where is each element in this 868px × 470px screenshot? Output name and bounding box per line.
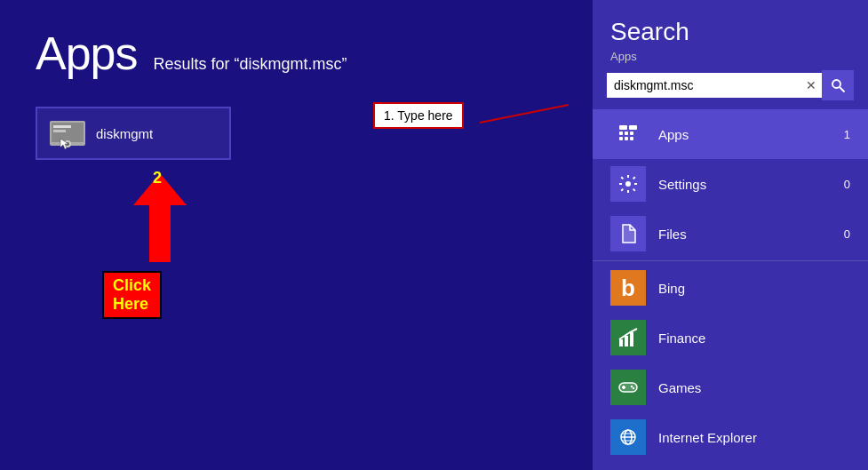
svg-point-25 [633, 387, 634, 389]
click-here-box: Click Here [102, 271, 162, 319]
category-item-settings[interactable]: Settings 0 [593, 159, 868, 209]
header-row: Apps Results for “diskmgmt.msc” [36, 27, 557, 80]
apps-category-icon [610, 116, 646, 152]
apps-title: Apps [36, 27, 138, 80]
type-here-callout: 1. Type here [373, 102, 464, 129]
ie-label: Internet Explorer [658, 430, 850, 445]
svg-rect-13 [630, 131, 633, 135]
settings-category-icon [610, 166, 646, 202]
bing-label: Bing [658, 281, 850, 296]
svg-rect-10 [629, 125, 637, 130]
right-panel: Search Apps ✕ Apps 1 [593, 0, 868, 470]
search-clear-button[interactable]: ✕ [800, 73, 822, 98]
category-item-files[interactable]: Files 0 [593, 209, 868, 259]
svg-point-7 [832, 80, 840, 88]
type-here-label: 1. Type here [384, 108, 453, 123]
svg-rect-19 [625, 336, 628, 347]
click-here-label: Click Here [113, 276, 151, 313]
svg-rect-12 [625, 131, 628, 135]
category-item-apps[interactable]: Apps 1 [593, 109, 868, 159]
files-category-label: Files [658, 227, 832, 242]
svg-line-6 [480, 105, 569, 123]
bing-icon: b [610, 270, 646, 306]
files-category-count: 0 [844, 227, 850, 241]
settings-category-count: 0 [844, 178, 850, 191]
apps-category-count: 1 [844, 128, 850, 141]
app-item-bing[interactable]: b Bing [593, 263, 868, 313]
app-item-games[interactable]: Games [593, 362, 868, 412]
left-panel: Apps Results for “diskmgmt.msc” diskmgmt… [0, 0, 593, 470]
svg-rect-11 [619, 131, 623, 135]
internet-explorer-icon [610, 419, 646, 455]
svg-rect-9 [619, 125, 627, 130]
app-item-finance[interactable]: Finance [593, 313, 868, 362]
settings-category-label: Settings [658, 177, 832, 192]
svg-point-17 [625, 181, 631, 187]
svg-rect-20 [630, 332, 633, 347]
svg-line-8 [840, 87, 844, 92]
svg-rect-14 [619, 137, 623, 140]
diskmgmt-result-item[interactable]: diskmgmt [36, 107, 231, 160]
svg-rect-16 [630, 137, 633, 140]
search-icon [830, 77, 846, 93]
games-icon [610, 370, 646, 405]
diskmgmt-label: diskmgmt [96, 126, 153, 141]
svg-rect-5 [53, 130, 66, 132]
search-submit-button[interactable] [822, 70, 854, 100]
finance-icon [610, 320, 646, 355]
app-item-ie[interactable]: Internet Explorer [593, 412, 868, 462]
games-label: Games [658, 380, 850, 395]
search-category-label: Apps [593, 50, 868, 63]
svg-rect-15 [625, 137, 628, 140]
divider [593, 260, 868, 261]
arrow-shaft-icon [149, 191, 171, 262]
finance-label: Finance [658, 331, 850, 346]
svg-rect-18 [619, 339, 623, 347]
search-input[interactable] [607, 73, 800, 98]
svg-point-24 [631, 386, 633, 387]
search-heading: Search [593, 18, 868, 46]
step-number-badge: 2 [153, 169, 162, 187]
apps-category-label: Apps [658, 127, 832, 142]
search-input-row: ✕ [593, 70, 868, 100]
diskmgmt-icon [48, 114, 87, 153]
svg-rect-4 [53, 125, 71, 128]
files-category-icon [610, 216, 646, 251]
results-subtitle: Results for “diskmgmt.msc” [154, 55, 347, 74]
